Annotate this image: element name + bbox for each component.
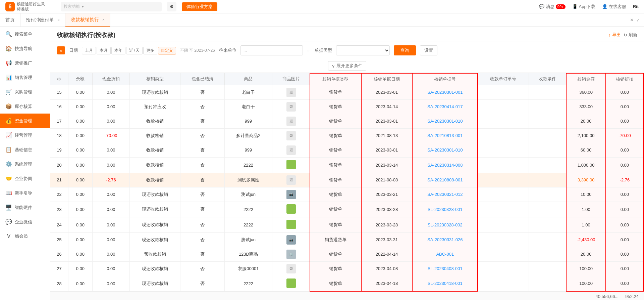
cell-goods: 测试多属性 [224,173,272,187]
cell-include-settled: 否 [180,202,224,217]
cell-include-settled: 否 [180,85,224,99]
sidebar-item-system[interactable]: ⚙️ 系统管理 [0,157,50,171]
cell-verify-bill-no[interactable]: SA-20230321-012 [412,187,478,202]
cell-verify-bill-no[interactable]: SL-20230408-001 [412,261,478,276]
refresh-icon: ↻ [624,33,627,38]
sidebar-item-basic[interactable]: 📋 基础信息 [0,142,50,157]
bill-type-select[interactable] [336,45,390,55]
table-row: 20 0.00 0.00 收款核销 否 2222 销货单 2023-03-14 … [50,157,644,173]
tab-prepay[interactable]: 预付冲应付单 × [20,13,65,27]
user-name[interactable]: Rit [633,4,639,9]
cell-balance: 0.00 [68,85,92,99]
bill-no-link[interactable]: SA-20230414-017 [427,104,463,109]
sidebar-item-nav[interactable]: 🏠 快捷导航 [0,41,50,56]
sidebar-item-hardware[interactable]: 🖥️ 智能硬件 [0,200,50,215]
export-button[interactable]: ↑ 导出 [609,32,621,38]
cell-balance: 0.00 [68,261,92,276]
sidebar-item-purchase[interactable]: 🛒 采购管理 [0,85,50,99]
cell-id: 21 [50,173,68,187]
date-btn-last-month[interactable]: 上月 [82,47,96,54]
bill-no-link[interactable]: SA-20230301-010 [427,119,463,124]
expand-more-button[interactable]: ∨ 展开更多条件 [328,61,366,71]
cell-verify-bill-no[interactable]: SA-20210813-001 [412,128,478,143]
cell-verify-bill-no[interactable]: SA-20230301-001 [412,85,478,99]
sidebar-item-inventory[interactable]: 📦 库存核算 [0,99,50,114]
online-service-group[interactable]: 👤 在线客服 [602,4,626,10]
cell-verify-bill-no[interactable]: SA-20230314-008 [412,157,478,173]
cell-verify-bill-no[interactable]: SA-20230301-010 [412,143,478,157]
industry-button[interactable]: 体验行业方案 [182,2,217,11]
bill-no-link[interactable]: SL-20230418-001 [428,281,463,286]
sidebar-item-search[interactable]: 🔍 搜索菜单 [0,27,50,41]
cell-verify-amount: 333.00 [566,99,606,114]
cell-verify-bill-no[interactable]: SL-20230418-001 [412,276,478,291]
sidebar-item-sales[interactable]: 📊 销售管理 [0,70,50,85]
date-buttons: 上月 本月 本年 近7天 更多 自定义 [82,47,176,54]
date-btn-this-year[interactable]: 本年 [111,47,125,54]
cell-verify-bill-no[interactable]: SA-20210808-001 [412,173,478,187]
settings-button[interactable]: 设置 [420,45,437,55]
cell-verify-bill-no[interactable]: SA-20230414-017 [412,99,478,114]
table-row: 26 0.00 0.00 预收款核销 否 123D商品 🏢 销货单 2022-0… [50,247,644,261]
bill-no-link[interactable]: ABC-001 [436,252,454,257]
window-expand-icon[interactable]: ⤢ [636,17,640,23]
bill-no-link[interactable]: SA-20210808-001 [427,177,463,182]
cell-verify-bill-type: 销货单 [310,85,361,99]
tab-home[interactable]: 首页 [0,13,20,27]
cell-cash-discount: 0.00 [92,85,130,99]
logo-icon: 6 [5,2,15,11]
cell-verify-bill-date: 2022-04-14 [361,247,413,261]
bill-no-link[interactable]: SA-20230331-026 [427,237,463,242]
message-group[interactable]: 💬 消息 99+ [539,4,566,10]
sidebar-item-marketing[interactable]: 📢 营销推广 [0,56,50,70]
sidebar-item-collab[interactable]: 🤝 企业协同 [0,171,50,186]
export-icon: ↑ [609,33,611,38]
date-btn-this-month[interactable]: 本月 [97,47,111,54]
cell-verify-type: 收款核销 [130,114,180,128]
cell-verify-bill-no[interactable]: SL-20230328-002 [412,217,478,232]
cell-verify-bill-no[interactable]: SA-20230331-026 [412,232,478,247]
cell-verify-type: 收款核销 [130,128,180,143]
from-unit-input[interactable] [240,45,303,55]
guide-icon: 📖 [5,190,12,196]
dropdown-arrow-icon: ▼ [81,5,85,8]
bill-no-link[interactable]: SA-20230301-010 [427,147,463,153]
window-close-icon[interactable]: ✕ [630,17,634,23]
bill-no-link[interactable]: SA-20230321-012 [427,192,463,197]
search-box[interactable]: 搜索功能 ▼ [61,2,162,11]
settings-icon[interactable]: ⚙ [167,2,176,11]
cell-verify-bill-type: 销货单 [310,114,361,128]
bill-no-link[interactable]: SL-20230328-002 [428,222,463,227]
tab-prepay-close[interactable]: × [57,18,60,23]
cell-goods: 2222 [224,202,272,217]
product-image [286,160,296,169]
filter-expand-button[interactable]: » [57,46,65,54]
bill-no-link[interactable]: SL-20230408-001 [428,266,463,271]
cell-include-settled: 否 [180,99,224,114]
date-btn-7days[interactable]: 近7天 [126,47,143,54]
app-download-group[interactable]: 📱 App下载 [572,4,595,10]
cell-verify-bill-no[interactable]: SA-20230301-010 [412,114,478,128]
sidebar-item-guide[interactable]: 📖 新手引导 [0,186,50,200]
sidebar-item-finance[interactable]: 💰 资金管理 [0,114,50,128]
date-btn-custom[interactable]: 自定义 [158,47,176,54]
bill-no-link[interactable]: SA-20230314-008 [427,163,463,168]
date-btn-more[interactable]: 更多 [143,47,157,54]
cell-verify-bill-no[interactable]: ABC-001 [412,247,478,261]
bill-no-link[interactable]: SA-20210813-001 [427,133,463,138]
bill-no-link[interactable]: SA-20230301-001 [427,90,463,95]
sidebar-item-member[interactable]: V 畅会员 [0,229,50,243]
cell-verify-bill-no[interactable]: SL-20230328-001 [412,202,478,217]
cell-id: 22 [50,187,68,202]
tab-verify-close[interactable]: × [102,17,105,22]
cell-verify-bill-type: 销货单 [310,247,361,261]
bill-no-link[interactable]: SL-20230328-001 [428,207,463,212]
search-button[interactable]: 查询 [394,45,416,55]
product-image: 🖼 [286,117,296,126]
tab-verify[interactable]: 收款核销执行 × [65,13,110,27]
sidebar-item-operation[interactable]: 📈 经营管理 [0,128,50,142]
refresh-button[interactable]: ↻ 刷新 [624,32,637,38]
cell-verify-discount: 0.00 [606,232,644,247]
sidebar-item-wechat[interactable]: 💬 企业微信 [0,215,50,229]
cell-goods-img [272,276,310,291]
